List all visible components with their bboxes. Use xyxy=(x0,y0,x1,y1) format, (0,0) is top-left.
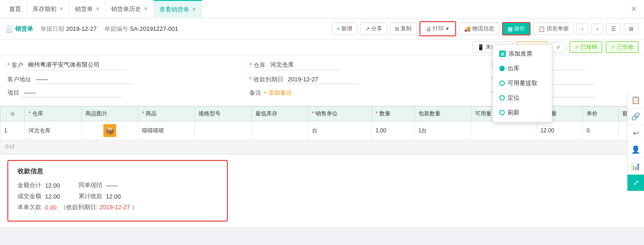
print-button-highlight: 🖨 打印 ▼ xyxy=(419,21,456,36)
total-amount-label: 金额合计 xyxy=(17,181,41,189)
same-order-value: —— xyxy=(106,182,118,189)
dropdown-available-qty[interactable]: 可用量提取 xyxy=(493,76,552,91)
outbound-icon xyxy=(499,66,505,71)
address-field: 客户地址 —— xyxy=(7,75,249,84)
row-price[interactable]: 0. xyxy=(583,121,619,140)
row-pack-qty[interactable]: 1台 xyxy=(414,121,471,140)
history-button[interactable]: 📋 历史单据 xyxy=(533,23,574,35)
due-note-date: 2019-12-27 xyxy=(100,204,130,211)
column-product: 商品 xyxy=(138,107,194,121)
row-current[interactable]: 12.00 xyxy=(537,121,583,140)
document-no-field: 单据编号 SA-20191227-001 xyxy=(104,25,179,33)
payment-row-2: 成交金额 12.00 累计收款 12.00 xyxy=(17,192,218,200)
list-view-button[interactable]: ⊞ xyxy=(624,23,638,34)
confirmed-button[interactable]: ✓ 已核销 xyxy=(570,41,602,53)
document-date-field: 单据日期 2019-12-27 xyxy=(40,25,97,33)
tab-home[interactable]: 首页 xyxy=(4,0,27,18)
prev-record-button[interactable]: ‹ xyxy=(576,23,588,34)
add-invoice-icon: ▦ xyxy=(499,51,506,57)
side-icon-2[interactable]: 🔗 xyxy=(627,108,644,125)
column-pack-qty: 包装数量 xyxy=(414,107,471,121)
column-warehouse: 仓库 xyxy=(25,107,81,121)
due-date-label: 收款到期日 xyxy=(249,75,283,84)
row-spec[interactable] xyxy=(195,121,251,140)
new-button[interactable]: + 新增 xyxy=(332,23,358,35)
operate-dropdown-menu: ▦ 添加发票 出库 可用量提取 定位 刷新 xyxy=(492,44,552,122)
side-icon-4[interactable]: 👤 xyxy=(627,142,644,158)
owed-field: 本单欠款 0.00 （收款到期日: 2019-12-27 ） xyxy=(17,203,138,211)
operate-button[interactable]: ▦ 操作 xyxy=(502,22,531,35)
address-value[interactable]: —— xyxy=(33,75,134,84)
customer-field: 客户 柳州粤港平安气体有限公司 xyxy=(7,60,249,70)
side-icon-1[interactable]: 📋 xyxy=(627,92,644,108)
same-order-field: 同单现结 —— xyxy=(79,181,118,189)
due-note: （收款到期日: 2019-12-27 ） xyxy=(60,203,137,211)
bottom-info: 收款信息 金额合计 12.00 同单现结 —— 成交金额 12.00 累计收款 … xyxy=(0,154,644,227)
deal-amount-field: 成交金额 12.00 xyxy=(17,192,60,200)
tab-inventory[interactable]: 库存期初 ✕ xyxy=(27,0,69,18)
note-label: 备注 xyxy=(249,89,261,97)
refresh-icon xyxy=(499,110,505,115)
tab-inventory-close[interactable]: ✕ xyxy=(59,6,63,12)
table-row[interactable]: 1 河北仓库 📦 嘻嘻嘻嘻 台 1.00 1台 12.00 0. xyxy=(0,121,644,140)
customer-value[interactable]: 柳州粤港平安气体有限公司 xyxy=(25,60,126,70)
tab-sales-history-close[interactable]: ✕ xyxy=(144,6,148,12)
total-amount-field: 金额合计 12.00 xyxy=(17,181,60,189)
warehouse-value[interactable]: 河北仓库 xyxy=(267,60,341,70)
next-record-button[interactable]: › xyxy=(591,23,603,34)
side-icon-5[interactable]: 📊 xyxy=(627,158,644,175)
row-min-stock[interactable] xyxy=(251,121,308,140)
payment-title: 收款信息 xyxy=(17,167,218,176)
tab-sales-history[interactable]: 销货单历史 ✕ xyxy=(106,0,154,18)
row-no: 1 xyxy=(0,121,25,140)
dropdown-locate[interactable]: 定位 xyxy=(493,91,552,105)
payment-row-3: 本单欠款 0.00 （收款到期日: 2019-12-27 ） xyxy=(17,203,218,211)
column-unit: 销售单位 xyxy=(308,107,372,121)
warehouse-label: 仓库 xyxy=(249,61,266,69)
row-qty[interactable]: 1.00 xyxy=(372,121,414,140)
share-button[interactable]: ↗ 分享 xyxy=(360,23,387,35)
address-label: 客户地址 xyxy=(7,75,31,84)
tab-bar: 首页 库存期初 ✕ 销货单 ✕ 销货单历史 ✕ 查看销货单 ✕ ✕ xyxy=(0,0,644,18)
add-note-button[interactable]: 添加备注 xyxy=(263,89,292,97)
locate-icon xyxy=(499,95,505,101)
row-image: 📦 xyxy=(81,121,138,140)
project-value[interactable]: —— xyxy=(21,88,122,97)
due-date-value[interactable]: 2019-12-27 xyxy=(285,75,359,84)
toolbar-actions: + 新增 ↗ 分享 ⧉ 复制 🖨 打印 ▼ 🚚 物流信息 ▦ 操作 📋 xyxy=(332,21,639,36)
available-qty-icon xyxy=(499,80,505,86)
tab-bar-close-button[interactable]: ✕ xyxy=(627,5,640,13)
check-icon-button[interactable]: ✓ xyxy=(551,42,566,52)
copy-button[interactable]: ⧉ 复制 xyxy=(390,23,417,35)
tab-sales-close[interactable]: ✕ xyxy=(96,6,100,12)
payment-section: 收款信息 金额合计 12.00 同单现结 —— 成交金额 12.00 累计收款 … xyxy=(7,160,228,222)
dropdown-add-invoice[interactable]: ▦ 添加发票 xyxy=(493,46,552,61)
dropdown-outbound[interactable]: 出库 xyxy=(493,61,552,76)
row-warehouse[interactable]: 河北仓库 xyxy=(25,121,81,140)
side-icon-3[interactable]: ↩ xyxy=(627,125,644,142)
column-image: 商品图片 xyxy=(81,107,138,121)
tab-sales[interactable]: 销货单 ✕ xyxy=(69,0,106,18)
side-icon-6[interactable]: ⤢ xyxy=(627,175,644,191)
row-product[interactable]: 嘻嘻嘻嘻 xyxy=(138,121,194,140)
dropdown-refresh[interactable]: 刷新 xyxy=(493,105,552,120)
payment-row-1: 金额合计 12.00 同单现结 —— xyxy=(17,181,218,189)
grid-view-button[interactable]: ☰ xyxy=(606,23,621,34)
effect-button[interactable]: ✓ 已生效 xyxy=(606,41,638,53)
owed-label: 本单欠款 xyxy=(17,203,41,211)
print-button[interactable]: 🖨 打印 ▼ xyxy=(421,23,455,35)
row-unit[interactable]: 台 xyxy=(308,121,372,140)
tab-check-sales[interactable]: 查看销货单 ✕ xyxy=(154,0,202,18)
tab-check-sales-close[interactable]: ✕ xyxy=(192,6,196,12)
owed-value: 0.00 xyxy=(45,204,56,211)
product-image: 📦 xyxy=(103,124,116,137)
customer-label: 客户 xyxy=(7,61,23,69)
row-available[interactable] xyxy=(471,121,537,140)
column-settings[interactable]: ⚙ xyxy=(0,107,25,121)
cumulative-value: 12.00 xyxy=(106,193,121,200)
logistics-button[interactable]: 🚚 物流信息 xyxy=(459,23,499,35)
project-label: 项目 xyxy=(7,89,19,97)
subtotal-row: 小计 xyxy=(0,140,644,154)
column-spec: 规格型号 xyxy=(195,107,251,121)
column-price: 单价 xyxy=(583,107,619,121)
